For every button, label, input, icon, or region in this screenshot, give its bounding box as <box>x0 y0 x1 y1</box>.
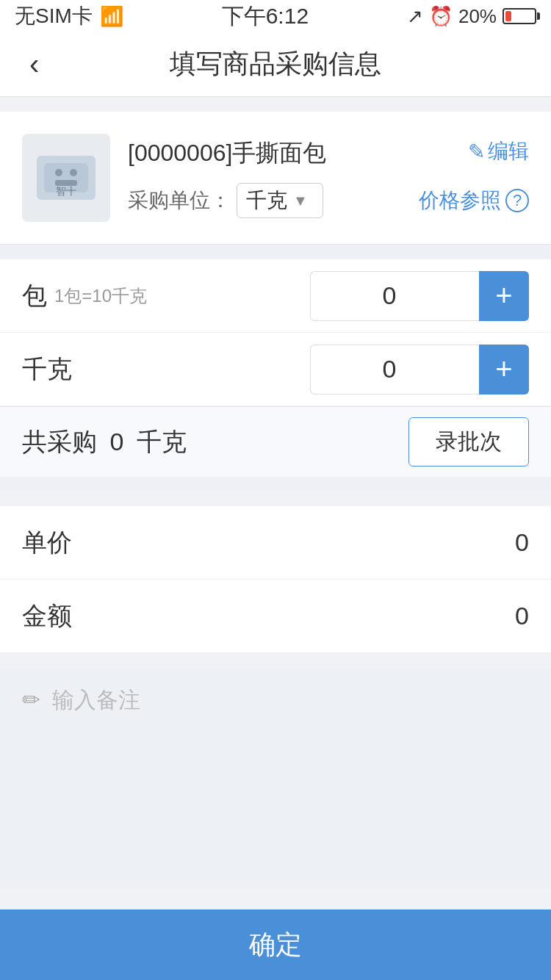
total-value: 0 <box>109 428 123 455</box>
product-id: [0000006] <box>128 140 232 166</box>
svg-text:智十: 智十 <box>56 185 76 196</box>
kg-plus-button[interactable]: + <box>479 345 529 394</box>
nav-bar: ‹ 填写商品采购信息 <box>0 32 551 97</box>
bag-input-row: 包 1包=10千克 + <box>0 259 551 333</box>
unit-price-value: 0 <box>515 528 529 557</box>
status-left: 无SIM卡 📶 <box>15 2 123 30</box>
product-top: [0000006]手撕面包 ✎ 编辑 <box>128 137 529 170</box>
remark-placeholder: 输入备注 <box>52 685 140 716</box>
kg-input-row: 千克 + <box>0 333 551 406</box>
product-name: [0000006]手撕面包 <box>128 137 326 170</box>
total-row: 共采购 0 千克 录批次 <box>0 406 551 477</box>
amount-row: 金额 0 <box>0 580 551 653</box>
svg-point-2 <box>70 169 77 176</box>
product-card: 智十 [0000006]手撕面包 ✎ 编辑 采购单位： 千克 ▼ 价格参照 <box>0 112 551 245</box>
bag-quantity-input[interactable] <box>310 271 479 321</box>
svg-point-1 <box>55 169 62 176</box>
section-divider-2 <box>0 477 551 491</box>
amount-label: 金额 <box>22 599 72 633</box>
page-title: 填写商品采购信息 <box>170 46 381 82</box>
confirm-button[interactable]: 确定 <box>0 909 551 980</box>
carrier-label: 无SIM卡 <box>15 2 93 30</box>
wifi-icon: 📶 <box>100 5 123 28</box>
remark-section[interactable]: ✏ 输入备注 <box>0 668 551 888</box>
product-logo: 智十 <box>37 156 96 200</box>
battery-fill <box>505 11 511 21</box>
record-batch-button[interactable]: 录批次 <box>408 417 529 466</box>
product-unit-row: 采购单位： 千克 ▼ 价格参照 ? <box>128 183 529 218</box>
kg-quantity-input[interactable] <box>310 345 479 394</box>
product-title: 手撕面包 <box>232 140 326 166</box>
status-right: ↗ ⏰ 20% <box>407 5 536 28</box>
total-prefix: 共采购 <box>22 428 97 455</box>
price-ref-label: 价格参照 <box>419 187 501 215</box>
input-section: 包 1包=10千克 + 千克 + <box>0 259 551 406</box>
edit-button[interactable]: ✎ 编辑 <box>468 137 529 165</box>
alarm-icon: ⏰ <box>429 5 453 28</box>
unit-price-row: 单价 0 <box>0 506 551 580</box>
edit-icon: ✎ <box>468 140 485 164</box>
edit-label: 编辑 <box>488 137 529 165</box>
unit-price-label: 单价 <box>22 526 72 560</box>
remark-pencil-icon: ✏ <box>22 687 40 713</box>
status-time: 下午6:12 <box>222 1 309 32</box>
bag-plus-button[interactable]: + <box>479 271 529 321</box>
battery-percent: 20% <box>458 5 497 28</box>
bag-label: 包 <box>22 279 47 313</box>
location-icon: ↗ <box>407 5 423 28</box>
bag-sublabel: 1包=10千克 <box>54 284 147 308</box>
dropdown-arrow-icon: ▼ <box>293 192 308 209</box>
price-ref-button[interactable]: 价格参照 ? <box>419 187 529 215</box>
price-section: 单价 0 金额 0 <box>0 506 551 653</box>
total-unit: 千克 <box>137 428 187 455</box>
back-button[interactable]: ‹ <box>22 40 46 88</box>
bag-input-right: + <box>310 271 529 321</box>
product-info: [0000006]手撕面包 ✎ 编辑 采购单位： 千克 ▼ 价格参照 ? <box>128 137 529 218</box>
unit-select[interactable]: 千克 ▼ <box>237 183 323 218</box>
status-bar: 无SIM卡 📶 下午6:12 ↗ ⏰ 20% <box>0 0 551 32</box>
amount-value: 0 <box>515 602 529 630</box>
kg-label: 千克 <box>22 353 72 386</box>
price-ref-help-icon: ? <box>505 189 529 212</box>
unit-value: 千克 <box>246 187 287 215</box>
unit-label: 采购单位： <box>128 187 231 215</box>
battery-indicator <box>503 8 536 24</box>
total-text: 共采购 0 千克 <box>22 425 187 459</box>
kg-input-right: + <box>310 345 529 394</box>
product-image: 智十 <box>22 134 110 222</box>
section-divider-1 <box>0 245 551 259</box>
